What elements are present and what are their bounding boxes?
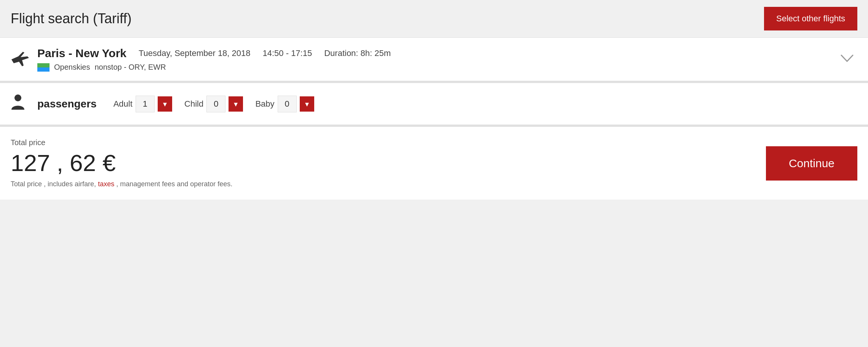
flight-sub-row: Openskies nonstop - ORY, EWR	[37, 63, 841, 72]
taxes-link[interactable]: taxes	[98, 180, 114, 188]
passengers-label: passengers	[37, 98, 97, 110]
baby-label: Baby	[255, 99, 274, 109]
baby-group: Baby 0 ▾	[255, 96, 314, 112]
price-note: Total price , includes airfare, taxes , …	[11, 180, 232, 188]
header: Flight search (Tariff) Select other flig…	[0, 0, 868, 38]
adult-count: 1	[136, 96, 155, 112]
child-group: Child 0 ▾	[184, 96, 243, 112]
price-note-prefix: Total price , includes airfare,	[11, 180, 96, 188]
person-icon	[11, 94, 25, 114]
flight-card: Paris - New York Tuesday, September 18, …	[0, 38, 868, 83]
flight-time: 14:50 - 17:15	[263, 48, 312, 58]
baby-count: 0	[278, 96, 297, 112]
total-price-label: Total price	[11, 138, 232, 147]
flight-route: Paris - New York	[37, 47, 126, 60]
svg-point-0	[14, 94, 21, 101]
adult-group: Adult 1 ▾	[113, 96, 172, 112]
child-dropdown-button[interactable]: ▾	[229, 96, 243, 112]
plane-icon	[11, 51, 30, 68]
adult-dropdown-button[interactable]: ▾	[158, 96, 172, 112]
price-amount: 127 , 62 €	[11, 149, 232, 176]
price-card: Total price 127 , 62 € Total price , inc…	[0, 127, 868, 200]
price-note-suffix: , management fees and operator fees.	[116, 180, 232, 188]
flight-duration: Duration: 8h: 25m	[324, 48, 391, 58]
price-left: Total price 127 , 62 € Total price , inc…	[11, 138, 232, 188]
chevron-down-icon[interactable]	[841, 53, 857, 66]
flight-date: Tuesday, September 18, 2018	[139, 48, 251, 58]
baby-dropdown-button[interactable]: ▾	[300, 96, 314, 112]
flight-main-row: Paris - New York Tuesday, September 18, …	[37, 47, 841, 60]
child-label: Child	[184, 99, 203, 109]
adult-label: Adult	[113, 99, 133, 109]
select-other-flights-button[interactable]: Select other flights	[764, 7, 857, 30]
airline-logo	[37, 63, 50, 72]
page-title: Flight search (Tariff)	[11, 11, 131, 27]
airline-name: Openskies	[54, 63, 90, 72]
flight-stops: nonstop - ORY, EWR	[95, 63, 166, 72]
child-count: 0	[206, 96, 225, 112]
flight-info: Paris - New York Tuesday, September 18, …	[37, 47, 841, 72]
continue-button[interactable]: Continue	[766, 146, 857, 181]
passengers-card: passengers Adult 1 ▾ Child 0 ▾ Baby 0 ▾	[0, 83, 868, 127]
